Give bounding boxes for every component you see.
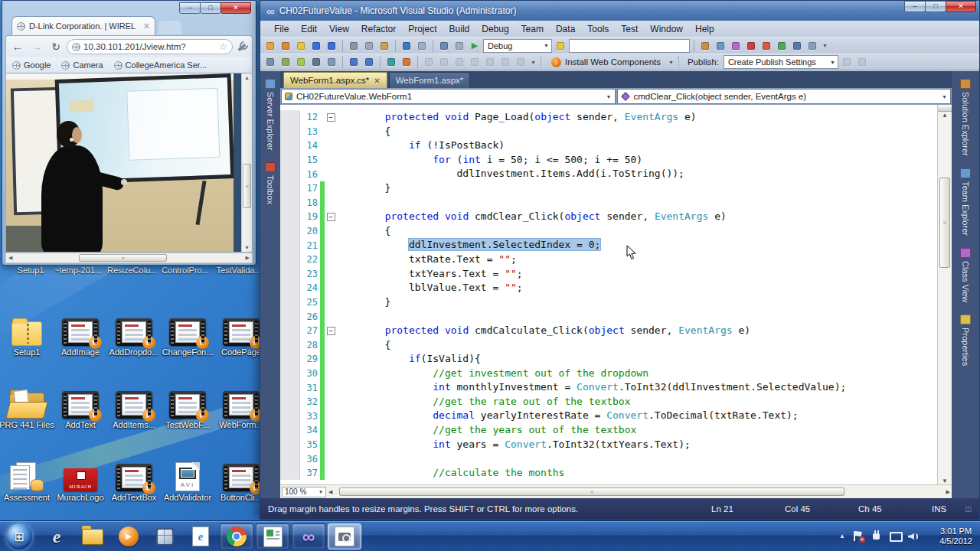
menu-file[interactable]: File	[268, 22, 295, 36]
menu-edit[interactable]: Edit	[295, 22, 323, 36]
new-tab-button[interactable]	[158, 21, 181, 34]
immediate-window-icon[interactable]	[775, 39, 789, 52]
toolbar-overflow-icon[interactable]: ▼	[667, 60, 675, 65]
desktop-icon[interactable]: Assessment	[0, 452, 54, 502]
insert-link-icon[interactable]	[483, 56, 497, 69]
toolbar-overflow-icon[interactable]: ▼	[529, 60, 537, 65]
document-tab[interactable]: WebForm1.aspx*	[389, 72, 471, 88]
code-line[interactable]: 30 //get investment out of the dropdown	[280, 367, 937, 381]
restore-button[interactable]: □	[925, 1, 946, 12]
taskbar-app-camera-app[interactable]	[328, 523, 361, 549]
desktop-icon[interactable]: ▶AddTextBox	[107, 452, 161, 502]
publish-profile-icon[interactable]	[840, 56, 854, 69]
bookmark-item[interactable]: Camera	[61, 60, 103, 70]
code-text[interactable]: protected void cmdClear_Click(object sen…	[337, 210, 727, 224]
code-line[interactable]: 33 decimal yearlyInterestRate = Convert.…	[280, 409, 937, 423]
code-text[interactable]: protected void cmdCalculate_Click(object…	[337, 324, 750, 338]
navigate-forward-icon[interactable]	[452, 39, 466, 52]
publish-web-icon[interactable]	[855, 56, 869, 69]
desktop-icon[interactable]: AVIAddValidator	[161, 452, 214, 502]
display-icon[interactable]	[889, 530, 900, 542]
save-all-icon[interactable]	[325, 39, 338, 52]
copy-icon[interactable]	[362, 39, 376, 52]
power-plug-icon[interactable]	[871, 530, 882, 542]
taskbar-app-capture-app[interactable]	[256, 523, 289, 549]
code-text[interactable]: lblValue.Text = "";	[337, 281, 523, 295]
format-selection-icon[interactable]	[263, 56, 277, 69]
desktop-icon-label[interactable]: Setup1	[6, 266, 55, 275]
error-list-icon[interactable]	[760, 39, 773, 52]
tool-tab-toolbox[interactable]: Toolbox	[261, 158, 279, 209]
scrollbar-thumb[interactable]: ≡	[939, 178, 950, 268]
toolbar-search-box[interactable]	[569, 39, 690, 53]
code-text[interactable]: ddlInvestment.SelectedIndex = 0;	[337, 238, 600, 253]
scroll-right-icon[interactable]: ▶	[246, 255, 250, 261]
desktop-icon[interactable]: PRG 441 Files	[0, 379, 54, 429]
volume-icon[interactable]	[907, 530, 919, 542]
code-text[interactable]: if(IsValid){	[337, 352, 481, 367]
package-icon-icon[interactable]	[554, 39, 567, 52]
install-web-components-button[interactable]: ↓Install Web Components	[547, 57, 665, 67]
code-text[interactable]: int monthlyInvestment = Convert.ToInt32(…	[337, 380, 846, 395]
taskbar-app-chrome[interactable]	[220, 523, 253, 549]
cut-icon[interactable]	[347, 39, 361, 52]
scroll-up-icon[interactable]: ▲	[942, 112, 948, 119]
open-file-icon[interactable]	[294, 39, 308, 52]
code-line[interactable]: 18	[280, 196, 937, 210]
desktop-icon-label[interactable]: TestValida...	[214, 266, 263, 275]
editor-vertical-scrollbar[interactable]: ▲ ≡ ▼	[937, 105, 952, 484]
bookmark-item[interactable]: Google	[12, 60, 51, 70]
show-hidden-icons-icon[interactable]: ▲	[839, 533, 845, 540]
tool-tab-server-explorer[interactable]: Server Explorer	[261, 74, 279, 155]
code-line[interactable]: 20 {	[280, 224, 937, 239]
code-line[interactable]: 35 int years = Convert.ToInt32(txtYears.…	[280, 438, 937, 452]
code-line[interactable]: 25 }	[280, 295, 937, 310]
scroll-right-icon[interactable]: ▶	[946, 489, 950, 495]
menu-build[interactable]: Build	[443, 22, 476, 36]
desktop-icon[interactable]: ▶AddImage	[54, 306, 107, 357]
code-text[interactable]: }	[337, 181, 390, 196]
code-text[interactable]: ddlInvestment.Items.Add(i.ToString());	[337, 167, 684, 181]
taskbar-app-windows-explorer[interactable]	[76, 523, 109, 549]
code-line[interactable]: 17 }	[280, 181, 937, 196]
validate-document-icon[interactable]	[498, 56, 512, 69]
desktop-icon[interactable]: Setup1	[0, 306, 54, 357]
code-line[interactable]: 21 ddlInvestment.SelectedIndex = 0;	[280, 238, 937, 253]
redo-icon[interactable]	[415, 39, 429, 52]
code-text[interactable]: {	[337, 224, 390, 239]
pick-color-icon[interactable]	[294, 56, 308, 69]
code-line[interactable]: 36	[280, 452, 937, 466]
code-text[interactable]: txtRate.Text = "";	[337, 253, 517, 267]
collapse-minus-icon[interactable]: −	[327, 327, 335, 335]
code-line[interactable]: 34 //get the years out of the textbox	[280, 423, 937, 438]
command-window-icon[interactable]	[790, 39, 804, 52]
reload-icon[interactable]: ↻	[47, 39, 64, 54]
code-text[interactable]: for (int i = 50; i <= 500; i += 50)	[337, 153, 642, 168]
fold-collapse-box[interactable]: −	[325, 213, 337, 221]
save-icon[interactable]	[309, 39, 323, 52]
scroll-left-icon[interactable]: ◀	[8, 255, 12, 261]
tool-tab-solution-explorer[interactable]: Solution Explorer	[952, 74, 978, 161]
taskbar-clock[interactable]: 3:01 PM 4/5/2012	[939, 527, 972, 546]
fold-collapse-box[interactable]: −	[325, 327, 337, 335]
taskbar-app-ie-document[interactable]: e	[184, 523, 217, 549]
desktop-icon-label[interactable]: ~temp-201...	[54, 266, 103, 275]
desktop-icon-label[interactable]: ResizeColu...	[107, 266, 156, 275]
decrease-indent-icon[interactable]	[347, 56, 361, 69]
close-button[interactable]: ✕	[946, 1, 976, 12]
desktop-icon[interactable]: ▶AddItems...	[107, 379, 161, 429]
desktop-icon[interactable]: ▶AddText	[54, 379, 107, 429]
toolbox-icon[interactable]	[744, 39, 758, 52]
toolbar-overflow-icon[interactable]: ▼	[821, 43, 829, 48]
code-text[interactable]: //calculate the months	[337, 466, 564, 481]
code-line[interactable]: 14 if (!IsPostBack)	[280, 139, 937, 153]
bookmark-star-icon[interactable]: ☆	[219, 41, 227, 52]
document-outline-icon[interactable]	[325, 56, 338, 69]
type-dropdown[interactable]: CH02FutureValue.WebForm1 ▼	[281, 89, 616, 104]
menu-tools[interactable]: Tools	[581, 22, 615, 36]
code-text[interactable]: txtYears.Text = "";	[337, 267, 523, 282]
paste-icon[interactable]	[377, 39, 391, 52]
object-browser-icon[interactable]	[729, 39, 743, 52]
splitter-handle[interactable]	[938, 105, 952, 112]
navigate-backward-icon[interactable]	[437, 39, 451, 52]
